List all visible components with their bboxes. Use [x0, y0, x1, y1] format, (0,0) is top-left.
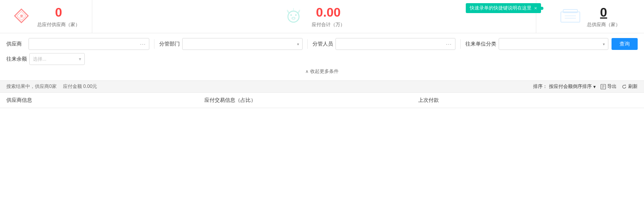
svg-rect-7	[561, 12, 580, 22]
divider-2	[307, 39, 308, 49]
refresh-icon	[621, 84, 627, 90]
svg-marker-15	[625, 84, 626, 86]
sort-arrow-icon: ▾	[593, 84, 596, 90]
tooltip-close[interactable]: ×	[534, 5, 537, 11]
unit-class-arrow-icon: ▾	[603, 42, 605, 46]
refresh-label: 刷新	[628, 83, 638, 90]
shortcut-tooltip: 快速录单的快捷键说明在这里 ×	[466, 3, 541, 13]
query-button[interactable]: 查询	[612, 38, 638, 50]
person-input[interactable]: ···	[335, 38, 455, 50]
person-filter-group: 分管人员 ···	[312, 38, 455, 50]
payable-suppliers-count: 0	[55, 5, 62, 20]
dept-label: 分管部门	[159, 40, 180, 48]
total-suppliers-number: 0	[600, 5, 607, 20]
balance-label: 往来余额	[6, 55, 27, 63]
collapse-bar: ∧ 收起更多条件	[6, 67, 638, 76]
results-bar: 搜索结果中，供应商0家 应付金额 0.00元 排序： 按应付会额倒序排序 ▾ 导…	[0, 81, 644, 93]
col-transaction-info: 应付交易信息（占比）	[204, 97, 418, 104]
pig-icon	[283, 6, 304, 27]
total-payable-suppliers-stat: 米 0 总应付供应商（家）	[0, 0, 92, 33]
svg-point-5	[295, 14, 297, 16]
results-summary: 搜索结果中，供应商0家 应付金额 0.00元	[6, 83, 97, 90]
dept-arrow-icon: ▾	[297, 42, 299, 46]
supplier-label: 供应商	[6, 40, 26, 48]
sort-label: 排序：	[533, 83, 547, 90]
collapse-label: 收起更多条件	[310, 68, 339, 75]
payable-total-label: 应付合计（万）	[312, 21, 345, 28]
dept-filter-group: 分管部门 ▾	[159, 38, 302, 50]
filter-section: 供应商 ··· 分管部门 ▾ 分管人员 ···	[0, 33, 644, 81]
total-suppliers-stat: 0 总供应商（家）	[536, 0, 644, 33]
filter-row-2: 往来余额 选择... ▾	[6, 53, 638, 65]
results-count: 搜索结果中，供应商0家	[6, 83, 57, 90]
collapse-arrow-icon: ∧	[305, 69, 309, 74]
export-label: 导出	[607, 83, 617, 90]
dept-input[interactable]: ▾	[182, 38, 302, 50]
svg-text:米: 米	[19, 14, 24, 18]
col-supplier-info: 供应商信息	[6, 97, 204, 104]
export-icon	[600, 84, 606, 90]
balance-arrow-icon: ▾	[79, 56, 81, 62]
table-body	[0, 108, 644, 187]
payable-total-number: 0.00	[316, 5, 341, 20]
col-last-payment: 上次付款	[418, 97, 638, 104]
divider-1	[154, 39, 154, 49]
sort-option: 按应付会额倒序排序	[549, 83, 592, 90]
refresh-button[interactable]: 刷新	[621, 83, 638, 90]
table-header: 供应商信息 应付交易信息（占比） 上次付款	[0, 93, 644, 108]
diamond-logo: 米	[12, 6, 31, 27]
filter-row-1: 供应商 ··· 分管部门 ▾ 分管人员 ···	[6, 38, 638, 50]
supplier-input[interactable]: ···	[29, 38, 149, 50]
results-amount: 应付金额 0.00元	[63, 83, 97, 90]
person-label: 分管人员	[312, 40, 333, 48]
results-actions: 排序： 按应付会额倒序排序 ▾ 导出 刷新	[533, 83, 638, 90]
svg-point-6	[292, 17, 295, 19]
unit-class-label: 往来单位分类	[465, 40, 496, 48]
supplier-box-icon	[560, 9, 581, 24]
balance-placeholder: 选择...	[33, 56, 46, 63]
payable-suppliers-label: 总应付供应商（家）	[37, 21, 80, 28]
export-button[interactable]: 导出	[600, 83, 617, 90]
supplier-filter-group: 供应商 ···	[6, 38, 149, 50]
svg-point-3	[288, 11, 299, 22]
balance-select[interactable]: 选择... ▾	[29, 53, 85, 65]
svg-point-4	[290, 14, 292, 16]
stats-bar: 米 0 总应付供应商（家） 0.00	[0, 0, 644, 33]
unit-class-filter-group: 往来单位分类 ▾	[465, 38, 608, 50]
unit-class-input[interactable]: ▾	[499, 38, 608, 50]
supplier-dots-icon: ···	[140, 41, 146, 47]
tooltip-text: 快速录单的快捷键说明在这里	[470, 5, 532, 11]
total-suppliers-label: 总供应商（家）	[587, 21, 620, 28]
sort-control[interactable]: 排序： 按应付会额倒序排序 ▾	[533, 83, 596, 90]
person-dots-icon: ···	[446, 41, 452, 47]
collapse-button[interactable]: ∧ 收起更多条件	[301, 67, 343, 76]
divider-3	[460, 39, 461, 49]
